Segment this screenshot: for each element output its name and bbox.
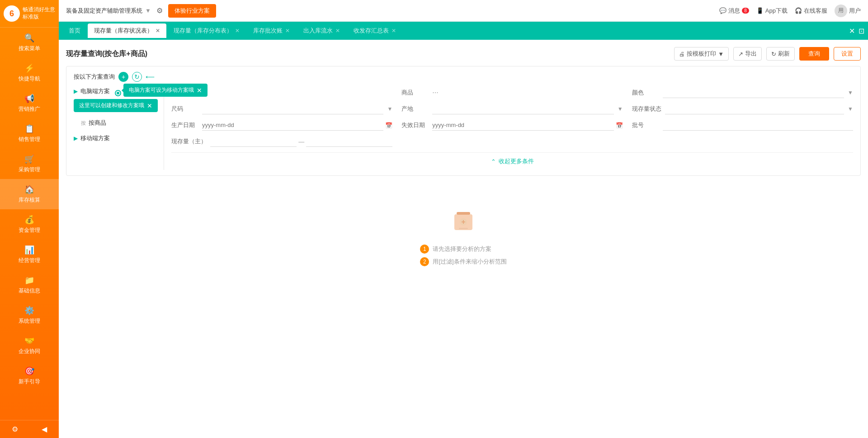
export-icon: ↗ — [738, 51, 743, 57]
tab-summary-close[interactable]: ✕ — [392, 28, 396, 34]
filter-add-button[interactable]: + — [118, 72, 128, 82]
desktop-scheme-container: ▶ 电脑端方案 电脑方案可设为移动方案哦 ✕ — [74, 87, 158, 95]
expire-date-start[interactable] — [432, 120, 613, 131]
batch-field: 批号 — [632, 120, 853, 131]
sidebar-item-purchase[interactable]: 🛒采购管理 — [0, 149, 59, 179]
app-download-item[interactable]: 📱 App下载 — [756, 7, 788, 15]
sidebar-item-management[interactable]: 📊经营管理 — [0, 240, 59, 270]
expire-date-calendar[interactable]: 📅 — [616, 122, 623, 129]
tab-flow-close[interactable]: ✕ — [335, 28, 340, 34]
management-label: 经营管理 — [19, 257, 40, 264]
sidebar-item-marketing[interactable]: 📢营销推广 — [0, 88, 59, 118]
sidebar-item-basic-info[interactable]: 📁基础信息 — [0, 270, 59, 300]
scheme-expand-arrow: ▶ — [74, 88, 78, 94]
produce-date-calendar[interactable]: 📅 — [385, 122, 392, 129]
headset-icon: 🎧 — [795, 7, 802, 14]
size-input[interactable] — [202, 104, 383, 114]
sidebar: 6 畅通消好生意 标准版 🔍搜索菜单⚡快捷导航📢营销推广📋销售管理🛒采购管理🏠库… — [0, 0, 59, 438]
page-title-bar: 现存量查询(按仓库+商品) 🖨 按模板打印 ▼ ↗ 导出 ↻ 刷新 — [66, 47, 861, 61]
message-item[interactable]: 💬 消息 8 — [719, 7, 749, 15]
online-service-item[interactable]: 🎧 在线客服 — [795, 7, 827, 15]
settings-button[interactable]: ⚙ — [156, 6, 163, 15]
stock-main-to[interactable] — [306, 136, 392, 147]
size-dropdown-arrow[interactable]: ▼ — [387, 106, 392, 112]
stock-status-input[interactable] — [665, 104, 844, 114]
sidebar-item-system[interactable]: ⚙️系统管理 — [0, 300, 59, 330]
reset-button[interactable]: 设置 — [834, 47, 861, 61]
tab-batch[interactable]: 库存批次账✕ — [247, 24, 296, 38]
empty-step-1: 1 请先选择要分析的方案 — [420, 245, 506, 254]
system-icon: ⚙️ — [24, 306, 34, 316]
collapse-icon[interactable]: ◀ — [42, 425, 47, 433]
tab-inventory-distribution-close[interactable]: ✕ — [235, 28, 240, 34]
stock-main-from[interactable] — [210, 136, 297, 147]
settings-icon[interactable]: ⚙ — [12, 425, 18, 433]
tab-home[interactable]: 首页 — [62, 24, 87, 38]
sidebar-item-inventory[interactable]: 🏠库存核算 — [0, 179, 59, 209]
export-button[interactable]: ↗ 导出 — [733, 47, 762, 61]
tab-batch-label: 库存批次账 — [253, 27, 283, 35]
sidebar-item-search-menu[interactable]: 🔍搜索菜单 — [0, 28, 59, 58]
sidebar-item-guide[interactable]: 🎯新手引导 — [0, 361, 59, 391]
basic-info-label: 基础信息 — [19, 287, 40, 295]
system-dropdown-icon[interactable]: ▼ — [145, 7, 151, 14]
tab-inventory-status[interactable]: 现存量（库存状况表）✕ — [88, 24, 166, 38]
printer-icon: 🖨 — [679, 51, 685, 57]
tab-close-all-icon[interactable]: ✕ — [849, 27, 855, 35]
message-icon: 💬 — [719, 7, 726, 14]
tab-flow[interactable]: 出入库流水✕ — [297, 24, 346, 38]
origin-dropdown-arrow[interactable]: ▼ — [618, 106, 623, 112]
mobile-scheme-item[interactable]: ▶ 移动端方案 — [74, 134, 158, 142]
stock-status-field: 现存量状态 ▼ — [632, 104, 853, 114]
cooperation-icon: 🤝 — [24, 336, 34, 346]
origin-input[interactable] — [432, 104, 613, 114]
stock-main-field: 现存量（主） — — [171, 136, 392, 147]
svg-rect-5 — [459, 228, 468, 229]
tab-fullscreen-icon[interactable]: ⊡ — [859, 27, 864, 35]
print-button[interactable]: 🖨 按模板打印 ▼ — [674, 47, 729, 61]
sidebar-nav: 🔍搜索菜单⚡快捷导航📢营销推广📋销售管理🛒采购管理🏠库存核算💰资金管理📊经营管理… — [0, 28, 59, 420]
sidebar-item-sales[interactable]: 📋销售管理 — [0, 118, 59, 149]
stock-status-dropdown[interactable]: ▼ — [848, 106, 853, 112]
sidebar-logo: 6 畅通消好生意 标准版 — [0, 0, 59, 28]
sidebar-item-cooperation[interactable]: 🤝企业协同 — [0, 330, 59, 361]
sidebar-item-quick-nav[interactable]: ⚡快捷导航 — [0, 58, 59, 88]
quick-nav-label: 快捷导航 — [19, 75, 40, 83]
empty-illustration — [445, 203, 481, 239]
tooltip-close-button[interactable]: ✕ — [197, 87, 202, 94]
filter-body: ▶ 电脑端方案 电脑方案可设为移动方案哦 ✕ — [74, 87, 853, 170]
filter-refresh-button[interactable]: ↻ — [132, 72, 142, 82]
goods-dots[interactable]: ··· — [432, 89, 438, 97]
produce-date-start[interactable] — [202, 120, 383, 131]
batch-input[interactable] — [663, 120, 853, 131]
query-button[interactable]: 查询 — [799, 47, 829, 61]
header-right: 💬 消息 8 📱 App下载 🎧 在线客服 用 用户 — [719, 5, 861, 17]
scheme-sub-item-warehouse[interactable]: 按 按商品 — [81, 119, 158, 127]
main-area: 装备及固定资产辅助管理系统 ▼ ⚙ 体验行业方案 💬 消息 8 📱 App下载 … — [59, 0, 868, 438]
tab-inventory-status-close[interactable]: ✕ — [156, 28, 160, 34]
collapse-button[interactable]: ⌃ 收起更多条件 — [171, 152, 853, 170]
experience-button[interactable]: 体验行业方案 — [168, 4, 216, 18]
marketing-label: 营销推广 — [19, 105, 40, 113]
scheme-tooltip: 电脑方案可设为移动方案哦 ✕ — [123, 84, 208, 97]
filter-area: 按以下方案查询 + ↻ ⟵ ▶ 电脑端方案 — [66, 66, 861, 176]
svg-rect-1 — [457, 212, 470, 215]
color-dropdown-arrow[interactable]: ▼ — [848, 89, 853, 96]
tab-bar-right: ✕ ⊡ — [849, 27, 864, 35]
tab-summary[interactable]: 收发存汇总表✕ — [347, 24, 402, 38]
search-menu-label: 搜索菜单 — [19, 45, 40, 52]
user-item[interactable]: 用 用户 — [835, 5, 861, 17]
empty-step-2: 2 用[过滤]条件来缩小分析范围 — [420, 257, 506, 266]
tab-inventory-distribution[interactable]: 现存量（库存分布表）✕ — [167, 24, 246, 38]
color-input[interactable] — [663, 87, 844, 98]
create-tooltip-close[interactable]: ✕ — [147, 102, 152, 109]
tab-batch-close[interactable]: ✕ — [285, 28, 290, 34]
filter-label: 按以下方案查询 — [74, 73, 115, 81]
refresh-button[interactable]: ↻ 刷新 — [766, 47, 795, 61]
origin-field: 产地 ▼ — [401, 104, 623, 114]
avatar: 用 — [835, 5, 847, 17]
sub-item-dash: 按 — [81, 120, 86, 127]
tab-inventory-status-label: 现存量（库存状况表） — [94, 27, 153, 35]
filter-back-arrow[interactable]: ⟵ — [146, 73, 155, 80]
sidebar-item-finance[interactable]: 💰资金管理 — [0, 209, 59, 240]
